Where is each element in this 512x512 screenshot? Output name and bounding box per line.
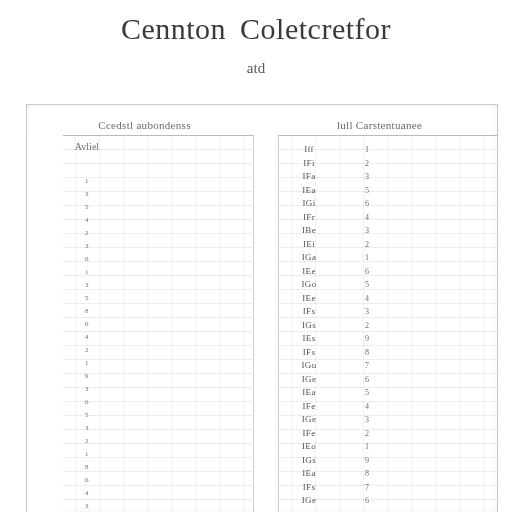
cell-value: 1 (365, 440, 369, 454)
cell-value: IFs (303, 305, 315, 319)
cell-value: 5 (85, 201, 89, 214)
cell-value: 1 (365, 251, 369, 265)
column-header-right: lull Carstentuanee (262, 105, 497, 135)
cell-value: 1 (85, 175, 89, 188)
cell-value: 6 (85, 396, 89, 409)
cell-value: IGe (302, 413, 316, 427)
cell-value: 1 (365, 143, 369, 157)
cell-value: 6 (365, 494, 369, 508)
title-right: Coletcretfor (240, 12, 391, 46)
cell-value: 4 (365, 400, 369, 414)
cell-value: IFs (303, 481, 315, 495)
cell-value: IGs (302, 454, 316, 468)
cell-value: 3 (85, 500, 89, 512)
cell-value: IGs (302, 319, 316, 333)
cell-value: 5 (365, 386, 369, 400)
column-header-left: Ccedstl aubondenss (27, 105, 262, 135)
cell-value: 4 (85, 331, 89, 344)
cell-value: 1 (85, 448, 89, 461)
cell-value: 4 (85, 214, 89, 227)
cell-value: 2 (365, 427, 369, 441)
cell-value: IEi (303, 238, 315, 252)
cell-value: 7 (365, 359, 369, 373)
cell-value: 2 (85, 227, 89, 240)
cell-value: 5 (85, 292, 89, 305)
cell-value: IEe (302, 292, 315, 306)
cell-value: IFs (303, 346, 315, 360)
cell-value: 2 (85, 344, 89, 357)
app-window: Cennton Coletcretfor atd Ccedstl aubonde… (0, 0, 512, 512)
cell-value: 4 (365, 211, 369, 225)
column-b-values: IffIFiIFaIEaIGiIFrIBeIEiIGaIEeIGoIEeIFsI… (281, 143, 337, 512)
cell-value: 6 (85, 474, 89, 487)
cell-value: 8 (85, 305, 89, 318)
cell-value: 3 (85, 240, 89, 253)
cell-value: 3 (365, 413, 369, 427)
cell-value: 3 (85, 422, 89, 435)
cell-value: 9 (85, 370, 89, 383)
cell-value: IEa (302, 467, 315, 481)
cell-value: IFe (303, 427, 316, 441)
cell-value: 3 (85, 279, 89, 292)
cell-value: 2 (365, 319, 369, 333)
column-a-label: Avliel (65, 141, 109, 152)
cell-value: 3 (365, 170, 369, 184)
cell-value: IBe (302, 224, 316, 238)
cell-value: IGe (302, 373, 316, 387)
cell-value: IGe (302, 494, 316, 508)
cell-value: 6 (365, 265, 369, 279)
cell-value: 9 (365, 454, 369, 468)
document-sheet: Ccedstl aubondenss lull Carstentuanee Av… (26, 104, 498, 512)
cell-value: IGa (302, 251, 316, 265)
cell-value: 8 (85, 461, 89, 474)
cell-value: 4 (85, 487, 89, 500)
cell-value: 6 (365, 373, 369, 387)
cell-value: IFr (303, 211, 315, 225)
page-title: Cennton Coletcretfor (0, 0, 512, 58)
subtitle: atd (0, 60, 512, 77)
cell-value: 1 (85, 357, 89, 370)
cell-value: IFa (303, 170, 316, 184)
cell-value: 6 (85, 253, 89, 266)
cell-value: IEo (302, 440, 316, 454)
cell-value: IEs (303, 332, 316, 346)
mid-gutter (253, 135, 279, 512)
cell-value: IFe (303, 400, 316, 414)
cell-value: IEa (302, 386, 315, 400)
cell-value: IGo (302, 278, 317, 292)
cell-value: Iff (304, 143, 314, 157)
cell-value: 4 (365, 292, 369, 306)
cell-value: IGu (302, 359, 317, 373)
cell-value: IFi (303, 157, 314, 171)
cell-value: 3 (365, 224, 369, 238)
cell-value: 3 (365, 305, 369, 319)
title-left: Cennton (121, 12, 226, 46)
cell-value: IEa (302, 184, 315, 198)
cell-value: 2 (365, 238, 369, 252)
cell-value: 1 (85, 266, 89, 279)
cell-value: 8 (365, 467, 369, 481)
cell-value: IGi (303, 197, 316, 211)
cell-value: 6 (365, 197, 369, 211)
column-b: IffIFiIFaIEaIGiIFrIBeIEiIGaIEeIGoIEeIFsI… (281, 135, 337, 512)
cell-value: 8 (365, 346, 369, 360)
column-a-values: 13542361358642193653218643 (65, 175, 109, 512)
cell-value: 7 (365, 481, 369, 495)
cell-value: 3 (85, 383, 89, 396)
cell-value: 5 (365, 278, 369, 292)
column-c-values: 123564321654329876543219876 (345, 143, 389, 512)
left-margin (27, 135, 63, 512)
cell-value: IEe (302, 265, 315, 279)
cell-value: 2 (365, 157, 369, 171)
column-a: Avliel 13542361358642193653218643 (65, 135, 109, 512)
column-c: 123564321654329876543219876 (345, 135, 389, 512)
cell-value: 2 (85, 435, 89, 448)
cell-value: 9 (365, 332, 369, 346)
cell-value: 3 (85, 188, 89, 201)
cell-value: 5 (85, 409, 89, 422)
cell-value: 5 (365, 184, 369, 198)
cell-value: 6 (85, 318, 89, 331)
column-headers: Ccedstl aubondenss lull Carstentuanee (27, 105, 497, 136)
